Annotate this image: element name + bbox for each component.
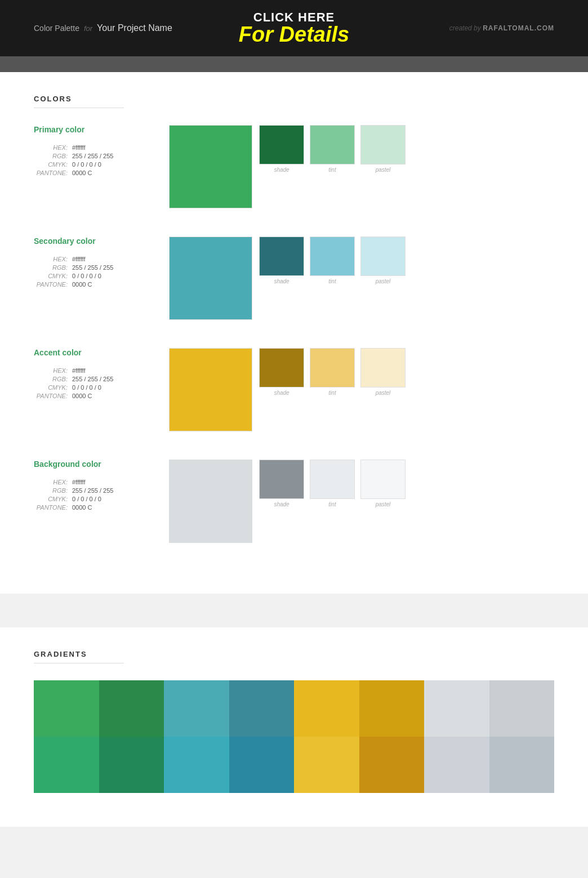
- palette-title: Color Palette: [34, 24, 79, 33]
- color-label-0: Primary color: [34, 125, 158, 134]
- swatches-area-0: shade tint pastel: [169, 125, 406, 208]
- color-spec-2: HEX:#ffffff RGB:255 / 255 / 255 CMYK:0 /…: [34, 367, 158, 399]
- main-swatch-0: [169, 125, 252, 208]
- color-section-2: Accent color HEX:#ffffff RGB:255 / 255 /…: [34, 348, 554, 431]
- shade-wrap-1: shade: [259, 237, 304, 284]
- gradient-cell-1-1: [99, 737, 164, 793]
- color-info-2: Accent color HEX:#ffffff RGB:255 / 255 /…: [34, 348, 158, 399]
- gradient-cell-1-4: [294, 737, 359, 793]
- tint-label-2: tint: [328, 390, 336, 396]
- sub-header-bar: [0, 56, 588, 72]
- shade-wrap-3: shade: [259, 460, 304, 507]
- shade-label-0: shade: [274, 167, 289, 173]
- tint-label-1: tint: [328, 278, 336, 284]
- variant-swatches-3: shade tint pastel: [259, 460, 406, 507]
- variant-swatches-0: shade tint pastel: [259, 125, 406, 173]
- created-by-label: created by: [449, 24, 481, 32]
- pastel-label-1: pastel: [376, 278, 391, 284]
- tint-label-3: tint: [328, 501, 336, 507]
- for-details-text: For Details: [239, 24, 349, 45]
- gradient-cell-0-3: [229, 680, 295, 737]
- pastel-label-2: pastel: [376, 390, 391, 396]
- gradient-cell-0-7: [489, 680, 555, 737]
- pastel-swatch-3: [360, 460, 406, 499]
- color-spec-3: HEX:#ffffff RGB:255 / 255 / 255 CMYK:0 /…: [34, 479, 158, 511]
- tint-swatch-0: [310, 125, 355, 164]
- variant-swatches-2: shade tint pastel: [259, 348, 406, 396]
- header-left: Color Palette for Your Project Name: [34, 23, 172, 33]
- color-info-3: Background color HEX:#ffffff RGB:255 / 2…: [34, 460, 158, 511]
- color-info-0: Primary color HEX:#ffffff RGB:255 / 255 …: [34, 125, 158, 176]
- gradients-section-title: GRADIENTS: [34, 650, 124, 663]
- project-name: Your Project Name: [97, 23, 172, 33]
- gradient-cell-1-7: [489, 737, 555, 793]
- variant-row-2: shade tint pastel: [259, 348, 406, 396]
- pastel-wrap-0: pastel: [360, 125, 406, 173]
- site-name: RAFALTOMAL.COM: [483, 24, 554, 32]
- variant-row-0: shade tint pastel: [259, 125, 406, 173]
- color-section-1: Secondary color HEX:#ffffff RGB:255 / 25…: [34, 237, 554, 320]
- pastel-wrap-2: pastel: [360, 348, 406, 396]
- shade-wrap-0: shade: [259, 125, 304, 173]
- header-center-cta[interactable]: CLICK HERE For Details: [239, 11, 349, 45]
- pastel-label-3: pastel: [376, 501, 391, 507]
- variant-swatches-1: shade tint pastel: [259, 237, 406, 284]
- tint-wrap-0: tint: [310, 125, 355, 173]
- gradient-cell-1-0: [34, 737, 99, 793]
- gradient-row-0: [34, 680, 554, 737]
- shade-swatch-2: [259, 348, 304, 387]
- main-content: COLORS Primary color HEX:#ffffff RGB:255…: [0, 72, 588, 594]
- gradient-cell-0-4: [294, 680, 359, 737]
- color-info-1: Secondary color HEX:#ffffff RGB:255 / 25…: [34, 237, 158, 288]
- color-spec-1: HEX:#ffffff RGB:255 / 255 / 255 CMYK:0 /…: [34, 256, 158, 288]
- colors-container: Primary color HEX:#ffffff RGB:255 / 255 …: [34, 125, 554, 543]
- variant-row-1: shade tint pastel: [259, 237, 406, 284]
- gradient-cell-0-1: [99, 680, 164, 737]
- color-label-1: Secondary color: [34, 237, 158, 246]
- shade-label-3: shade: [274, 501, 289, 507]
- tint-swatch-2: [310, 348, 355, 387]
- gradient-cell-0-5: [359, 680, 425, 737]
- gradient-cell-1-5: [359, 737, 425, 793]
- gradient-grid: [34, 680, 554, 793]
- gradient-cell-0-0: [34, 680, 99, 737]
- shade-wrap-2: shade: [259, 348, 304, 396]
- pastel-wrap-3: pastel: [360, 460, 406, 507]
- swatches-area-3: shade tint pastel: [169, 460, 406, 543]
- gradients-section: GRADIENTS: [0, 627, 588, 827]
- pastel-wrap-1: pastel: [360, 237, 406, 284]
- shade-label-2: shade: [274, 390, 289, 396]
- main-swatch-1: [169, 237, 252, 320]
- gradient-cell-0-2: [164, 680, 229, 737]
- tint-wrap-3: tint: [310, 460, 355, 507]
- gradient-cell-1-2: [164, 737, 229, 793]
- header-right: created by RAFALTOMAL.COM: [449, 24, 554, 32]
- gradient-cell-1-6: [424, 737, 489, 793]
- click-here-text: CLICK HERE: [239, 11, 349, 24]
- swatches-area-2: shade tint pastel: [169, 348, 406, 431]
- tint-swatch-3: [310, 460, 355, 499]
- main-swatch-3: [169, 460, 252, 543]
- header-for-text: for: [84, 24, 92, 33]
- shade-label-1: shade: [274, 278, 289, 284]
- tint-wrap-2: tint: [310, 348, 355, 396]
- pastel-label-0: pastel: [376, 167, 391, 173]
- color-section-0: Primary color HEX:#ffffff RGB:255 / 255 …: [34, 125, 554, 208]
- pastel-swatch-0: [360, 125, 406, 164]
- colors-section-title: COLORS: [34, 95, 124, 108]
- tint-label-0: tint: [328, 167, 336, 173]
- color-section-3: Background color HEX:#ffffff RGB:255 / 2…: [34, 460, 554, 543]
- swatches-area-1: shade tint pastel: [169, 237, 406, 320]
- gradient-cell-1-3: [229, 737, 295, 793]
- header: Color Palette for Your Project Name CLIC…: [0, 0, 588, 56]
- shade-swatch-0: [259, 125, 304, 164]
- shade-swatch-1: [259, 237, 304, 276]
- shade-swatch-3: [259, 460, 304, 499]
- section-divider: [0, 594, 588, 605]
- pastel-swatch-1: [360, 237, 406, 276]
- tint-wrap-1: tint: [310, 237, 355, 284]
- color-label-2: Accent color: [34, 348, 158, 357]
- gradient-row-1: [34, 737, 554, 793]
- color-label-3: Background color: [34, 460, 158, 469]
- variant-row-3: shade tint pastel: [259, 460, 406, 507]
